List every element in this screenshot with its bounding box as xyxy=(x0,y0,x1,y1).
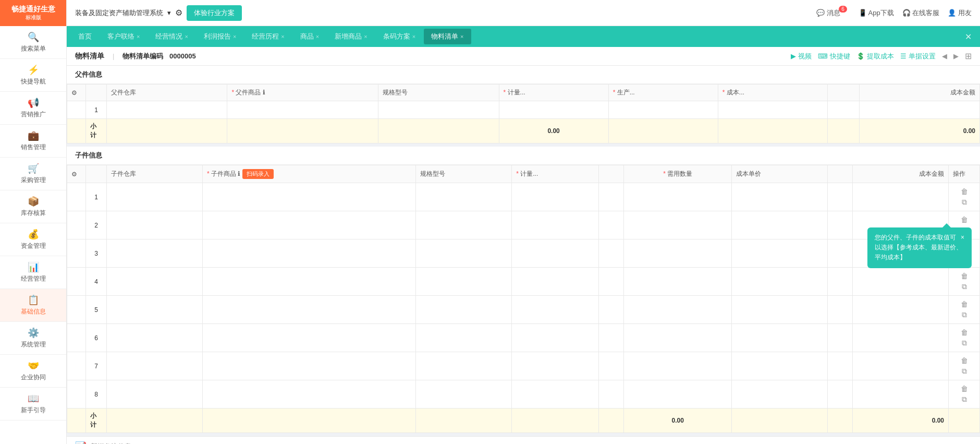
copy-button[interactable]: ⧉ xyxy=(960,366,969,377)
tab-label: 物料清单 xyxy=(431,32,458,41)
search-icon: 🔍 xyxy=(28,31,39,43)
child-table-row: 3 🗑 ⧉ xyxy=(67,239,980,268)
tab-label: 经营历程 xyxy=(252,32,279,41)
tab-close-icon[interactable]: × xyxy=(316,33,319,40)
delete-button[interactable]: 🗑 xyxy=(959,327,970,338)
tab-close-icon[interactable]: × xyxy=(233,33,236,40)
child-table-row: 2 🗑 ⧉ xyxy=(67,211,980,239)
view-button[interactable]: ▶ 视频 xyxy=(791,52,812,61)
tab-close-icon[interactable]: × xyxy=(364,33,367,40)
tooltip-close-button[interactable]: × xyxy=(961,233,964,243)
child-col-settings: ⚙ xyxy=(67,165,86,183)
copy-button[interactable]: ⧉ xyxy=(960,338,969,349)
parent-col-warehouse: 父件仓库 xyxy=(107,85,227,101)
tooltip-popup: × 您的父件、子件的成本取值可以选择【参考成本、最新进价、平均成本】 xyxy=(867,227,972,268)
child-col-action: 操作 xyxy=(949,165,980,183)
cost-icon: 💲 xyxy=(856,52,865,60)
tab-new-product[interactable]: 新增商品 × xyxy=(327,29,374,44)
app-subtitle: 标准版 xyxy=(11,14,55,21)
page-header: 物料清单 | 物料清单编码 0000005 ▶ 视频 ⌨ 快捷键 💲 提取成本 xyxy=(67,47,980,66)
tab-label: 新增商品 xyxy=(335,32,362,41)
child-table-row: 6 🗑 ⧉ xyxy=(67,324,980,352)
app-download-btn[interactable]: 📱 App下载 xyxy=(859,8,894,18)
shortcut-button[interactable]: ⌨ 快捷键 xyxy=(818,52,850,61)
sidebar-item-marketing[interactable]: 📢 营销推广 xyxy=(0,92,66,125)
basic-info-icon: 📋 xyxy=(28,294,39,306)
parent-col-cost: * 成本... xyxy=(718,85,827,101)
collaboration-icon: 🤝 xyxy=(28,360,39,371)
child-table-row: 5 🗑 ⧉ xyxy=(67,296,980,324)
parent-section: 父件信息 ⚙ 父件仓库 * 父件商品 ℹ 规格型号 * 计量... * 生产..… xyxy=(67,66,980,147)
message-btn[interactable]: 💬 消息 6 xyxy=(816,8,850,18)
settings-button[interactable]: ☰ 单据设置 xyxy=(900,52,936,61)
page-toolbar: ▶ 视频 ⌨ 快捷键 💲 提取成本 ☰ 单据设置 ◀ ▶ ⊞ xyxy=(791,51,972,61)
copy-button[interactable]: ⧉ xyxy=(960,281,969,292)
sidebar-item-system[interactable]: ⚙️ 系统管理 xyxy=(0,322,66,355)
sidebar-item-label: 企业协同 xyxy=(21,373,46,382)
tab-operations[interactable]: 经营情况 × xyxy=(148,29,195,44)
child-section-title: 子件信息 xyxy=(67,147,980,165)
tab-close-icon[interactable]: × xyxy=(137,33,140,40)
chevron-down-icon: ▾ xyxy=(167,9,171,17)
sidebar-item-quick-nav[interactable]: ⚡ 快捷导航 xyxy=(0,59,66,92)
child-col-unit: * 计量... xyxy=(512,165,599,183)
keyboard-icon: ⌨ xyxy=(818,52,828,60)
online-service-btn[interactable]: 🎧 在线客服 xyxy=(902,8,940,18)
sidebar-item-inventory[interactable]: 📦 库存核算 xyxy=(0,190,66,223)
sidebar-item-label: 采购管理 xyxy=(21,176,46,185)
user-avatar[interactable]: 👤 用友 xyxy=(948,8,972,18)
operations-icon: 📊 xyxy=(28,261,39,273)
marketing-icon: 📢 xyxy=(28,97,39,109)
cost-button[interactable]: 💲 提取成本 xyxy=(856,52,894,61)
video-icon: ▶ xyxy=(791,52,796,60)
sidebar-item-sales[interactable]: 💼 销售管理 xyxy=(0,125,66,158)
tab-label: 利润报告 xyxy=(204,32,231,41)
bottom-hint[interactable]: 新增备注信息 xyxy=(91,442,131,444)
delete-button[interactable]: 🗑 xyxy=(959,299,970,309)
sidebar-item-operations[interactable]: 📊 经营管理 xyxy=(0,256,66,289)
copy-button[interactable]: ⧉ xyxy=(960,197,969,208)
tab-close-icon[interactable]: × xyxy=(185,33,188,40)
delete-button[interactable]: 🗑 xyxy=(959,383,970,394)
gear-icon[interactable]: ⚙ xyxy=(175,8,182,18)
delete-button[interactable]: 🗑 xyxy=(959,355,970,366)
copy-button[interactable]: ⧉ xyxy=(960,309,969,320)
tab-close-icon[interactable]: × xyxy=(412,33,415,40)
sidebar-item-guide[interactable]: 📖 新手引导 xyxy=(0,388,66,421)
topbar-right: 💬 消息 6 📱 App下载 🎧 在线客服 👤 用友 xyxy=(816,8,972,18)
sidebar-item-purchase[interactable]: 🛒 采购管理 xyxy=(0,158,66,190)
tab-barcode[interactable]: 条码方案 × xyxy=(376,29,423,44)
sidebar-item-search[interactable]: 🔍 搜索菜单 xyxy=(0,26,66,59)
tab-close-icon[interactable]: × xyxy=(281,33,284,40)
delete-button[interactable]: 🗑 xyxy=(959,214,970,225)
trial-button[interactable]: 体验行业方案 xyxy=(187,5,242,21)
tab-product[interactable]: 商品 × xyxy=(293,29,326,44)
child-section: 子件信息 × 您的父件、子件的成本取值可以选择【参考成本、最新进价、平均成本】 … xyxy=(67,147,980,436)
copy-button[interactable]: ⧉ xyxy=(960,394,969,405)
child-table-row: 8 🗑 ⧉ xyxy=(67,380,980,409)
delete-button[interactable]: 🗑 xyxy=(959,186,970,197)
tab-profit[interactable]: 利润报告 × xyxy=(197,29,243,44)
page-code-label: 物料清单编码 0000005 xyxy=(123,52,195,61)
nav-tabs: 首页 客户联络 × 经营情况 × 利润报告 × 经营历程 × 商品 × 新增商品… xyxy=(67,26,980,47)
child-table-row: 7 🗑 ⧉ xyxy=(67,352,980,380)
sidebar-item-label: 库存核算 xyxy=(21,209,46,218)
child-subtotal-row: 小计 0.00 0.00 xyxy=(67,409,980,433)
main-content: 装备及固定资产辅助管理系统 ▾ ⚙ 体验行业方案 💬 消息 6 📱 App下载 … xyxy=(67,0,980,444)
sidebar-item-label: 基础信息 xyxy=(21,307,46,316)
tab-customer[interactable]: 客户联络 × xyxy=(100,29,147,44)
sidebar-item-collaboration[interactable]: 🤝 企业协同 xyxy=(0,355,66,388)
tab-close-icon[interactable]: × xyxy=(460,33,463,40)
delete-button[interactable]: 🗑 xyxy=(959,271,970,281)
tab-bom[interactable]: 物料清单 × xyxy=(424,29,471,44)
tab-home[interactable]: 首页 xyxy=(71,29,99,44)
purchase-icon: 🛒 xyxy=(28,163,39,174)
tooltip-text: 您的父件、子件的成本取值可以选择【参考成本、最新进价、平均成本】 xyxy=(875,234,962,261)
sidebar-item-finance[interactable]: 💰 资金管理 xyxy=(0,223,66,256)
sidebar-item-basic-info[interactable]: 📋 基础信息 xyxy=(0,289,66,322)
child-col-product: * 子件商品 ℹ 扫码录入 xyxy=(202,165,415,183)
scan-button[interactable]: 扫码录入 xyxy=(242,169,274,179)
tab-history[interactable]: 经营历程 × xyxy=(244,29,291,44)
close-all-button[interactable]: ✕ xyxy=(961,32,976,42)
sidebar-item-label: 销售管理 xyxy=(21,143,46,152)
